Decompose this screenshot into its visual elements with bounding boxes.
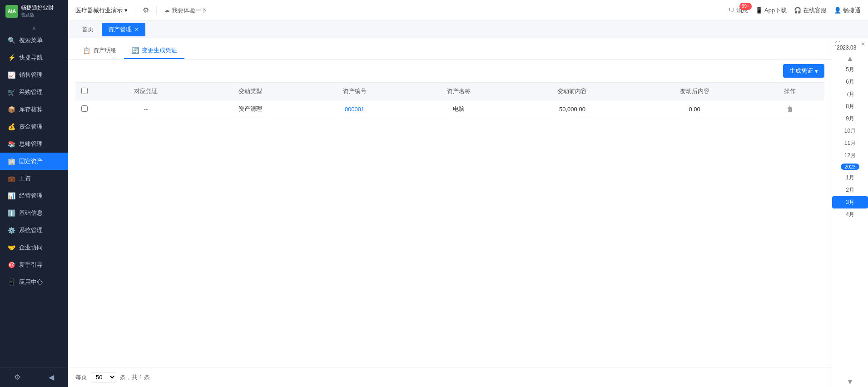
app-download-label: App下载: [764, 6, 787, 15]
sidebar-label-quick-nav: 快捷导航: [19, 54, 43, 62]
customer-service-btn[interactable]: 🎧 在线客服: [794, 6, 827, 15]
sidebar-icon-inventory: 📦: [7, 106, 15, 113]
calendar-nav-down: ▼: [832, 377, 868, 387]
cal-month-item-2023[interactable]: 3月: [832, 196, 868, 208]
sidebar-label-search: 搜索菜单: [19, 36, 43, 45]
cal-month-item-2023[interactable]: 2月: [832, 184, 868, 196]
sidebar-item-purchase[interactable]: 🛒采购管理: [0, 84, 68, 101]
cal-month-item[interactable]: 10月: [832, 125, 868, 137]
cal-month-item-2023[interactable]: 4月: [832, 208, 868, 221]
sidebar-label-ledger: 总账管理: [19, 140, 43, 148]
cal-month-item[interactable]: 9月: [832, 113, 868, 125]
page-content: 📋 资产明细 🔄 变更生成凭证 生成凭证 ▾: [68, 38, 868, 387]
th-asset-no: 资产编号: [303, 83, 407, 100]
select-all-checkbox[interactable]: [81, 88, 88, 94]
notifications-btn[interactable]: 🗨 消息 99+: [729, 6, 748, 15]
calendar-scroll-down[interactable]: ▼: [846, 377, 855, 387]
user-btn[interactable]: 👤 畅捷通: [834, 6, 861, 15]
per-page-select[interactable]: 10 20 50 100: [91, 372, 116, 382]
sidebar-collapse-btn[interactable]: ◀: [45, 371, 58, 383]
logo-icon: AtA: [5, 5, 18, 18]
table-header: 对应凭证 变动类型 资产编号 资产名称 变动前内容 变动后内容 操作: [75, 83, 824, 100]
sidebar-label-basic-info: 基础信息: [19, 209, 43, 217]
logo-title: 畅捷通好业财: [21, 5, 54, 12]
th-after: 变动后内容: [634, 83, 756, 100]
calendar-close-btn[interactable]: ✕: [861, 41, 865, 47]
sidebar-item-quick-nav[interactable]: ⚡快捷导航: [0, 49, 68, 66]
settings-icon-btn[interactable]: ⚙: [143, 6, 149, 15]
generate-voucher-label: 生成凭证: [789, 67, 813, 75]
customer-service-icon: 🎧: [794, 7, 801, 14]
sidebar-label-fixed-assets: 固定资产: [19, 157, 43, 165]
sidebar-settings-btn[interactable]: ⚙: [10, 371, 24, 383]
logo-sub: 普及版: [21, 12, 54, 18]
topbar-divider-1: [135, 6, 135, 15]
sidebar-item-inventory[interactable]: 📦库存核算: [0, 101, 68, 118]
sidebar-icon-salary: 💼: [7, 175, 15, 182]
sidebar-item-operations[interactable]: 📊经营管理: [0, 187, 68, 204]
calendar-expand-btn[interactable]: ⛶: [835, 41, 840, 47]
subtabs: 📋 资产明细 🔄 变更生成凭证: [68, 38, 832, 60]
table-toolbar: 生成凭证 ▾: [68, 60, 832, 82]
generate-voucher-btn[interactable]: 生成凭证 ▾: [783, 64, 824, 78]
cal-year-2023[interactable]: 2023: [841, 164, 859, 170]
sidebar-item-app-center[interactable]: 📱应用中心: [0, 273, 68, 291]
sidebar-item-ledger[interactable]: 📚总账管理: [0, 135, 68, 153]
cal-month-item[interactable]: 6月: [832, 76, 868, 88]
sidebar-item-search[interactable]: 🔍搜索菜单: [0, 32, 68, 49]
sidebar-icon-operations: 📊: [7, 192, 15, 199]
sidebar-item-basic-info[interactable]: ℹ️基础信息: [0, 204, 68, 222]
tab-asset-close[interactable]: ✕: [134, 26, 139, 33]
user-label: 畅捷通: [843, 6, 861, 15]
row-checkbox-0[interactable]: [81, 105, 88, 112]
subtab-change[interactable]: 🔄 变更生成凭证: [124, 43, 184, 59]
tab-home-label: 首页: [82, 25, 94, 34]
sidebar-item-finance[interactable]: 💰资金管理: [0, 118, 68, 135]
row-delete-btn-0[interactable]: 🗑: [787, 105, 793, 113]
subtab-detail[interactable]: 📋 资产明细: [75, 43, 124, 59]
company-dropdown-icon: ▾: [124, 7, 128, 14]
subtab-detail-icon: 📋: [83, 47, 90, 54]
app-download-btn[interactable]: 📱 App下载: [755, 6, 787, 15]
sidebar-item-system[interactable]: ⚙️系统管理: [0, 222, 68, 239]
cal-month-item[interactable]: 12月: [832, 149, 868, 162]
th-before: 变动前内容: [511, 83, 633, 100]
subtab-change-icon: 🔄: [131, 47, 139, 54]
sidebar-icon-app-center: 📱: [7, 278, 15, 286]
company-name: 医疗器械行业演示: [75, 6, 123, 15]
generate-dropdown-icon: ▾: [815, 68, 818, 74]
calendar-scroll-up[interactable]: ▲: [846, 54, 855, 64]
sidebar-label-system: 系统管理: [19, 226, 43, 234]
tab-home[interactable]: 首页: [75, 23, 100, 36]
topbar: 医疗器械行业演示 ▾ ⚙ ☁ 我要体验一下 🗨 消息 99+ 📱 App下载 🎧…: [68, 0, 868, 21]
row-asset-name-0: 电脑: [407, 100, 511, 118]
sidebar-icon-search: 🔍: [7, 37, 15, 44]
sidebar-menu: 🔍搜索菜单⚡快捷导航📈销售管理🛒采购管理📦库存核算💰资金管理📚总账管理🏢固定资产…: [0, 32, 68, 367]
total-label: 条，共 1 条: [120, 373, 150, 382]
sidebar-item-enterprise[interactable]: 🤝企业协同: [0, 239, 68, 256]
cal-month-item[interactable]: 7月: [832, 88, 868, 100]
sidebar-item-salary[interactable]: 💼工资: [0, 170, 68, 187]
company-selector[interactable]: 医疗器械行业演示 ▾: [75, 6, 128, 15]
tabbar: 首页 资产管理 ✕: [68, 21, 868, 38]
sidebar-icon-sales: 📈: [7, 71, 15, 79]
user-icon: 👤: [834, 7, 841, 14]
tab-asset[interactable]: 资产管理 ✕: [102, 23, 145, 36]
sidebar-item-newbie[interactable]: 🎯新手引导: [0, 256, 68, 273]
experience-btn[interactable]: ☁ 我要体验一下: [164, 6, 207, 15]
notifications-badge: 99+: [739, 3, 752, 10]
sidebar-item-fixed-assets[interactable]: 🏢固定资产: [0, 153, 68, 170]
sidebar-icon-finance: 💰: [7, 123, 15, 130]
sidebar-label-newbie: 新手引导: [19, 261, 43, 269]
cal-month-item[interactable]: 11月: [832, 137, 868, 149]
cal-month-item[interactable]: 8月: [832, 100, 868, 113]
sidebar-item-sales[interactable]: 📈销售管理: [0, 66, 68, 84]
cal-month-item-2023[interactable]: 1月: [832, 172, 868, 184]
sidebar-scroll-up[interactable]: ▲: [0, 23, 68, 32]
sidebar-icon-enterprise: 🤝: [7, 244, 15, 251]
sidebar-icon-ledger: 📚: [7, 140, 15, 148]
row-after-0: 0.00: [634, 100, 756, 118]
row-actions-0: 🗑: [756, 100, 824, 118]
cal-month-item[interactable]: 5月: [832, 64, 868, 76]
customer-service-label: 在线客服: [803, 6, 827, 15]
